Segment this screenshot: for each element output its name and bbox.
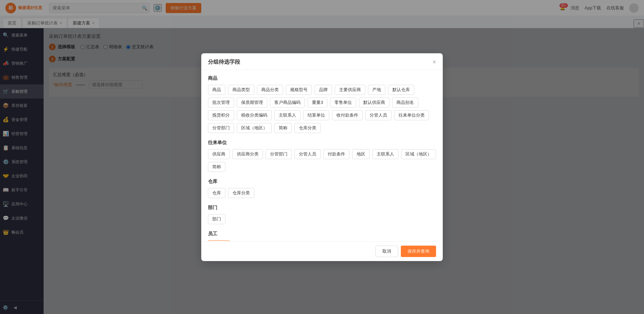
field-tag[interactable]: 结算单位 <box>303 110 329 120</box>
field-tag[interactable]: 简称 <box>208 162 225 172</box>
field-tag[interactable]: 仓库分类 <box>228 188 254 198</box>
field-tag[interactable]: 仓库 <box>208 188 225 198</box>
dialog-body: 商品 商品 商品类型 商品分类 规格型号 品牌 主要供应商 产地 默认仓库 批次… <box>201 70 443 241</box>
field-tag[interactable]: 主联系人 <box>372 149 398 159</box>
field-tag[interactable]: 商品类型 <box>228 85 254 95</box>
field-tag[interactable]: 分管部门 <box>208 123 234 133</box>
field-tags-partner: 供应商 供应商分类 分管部门 分管人员 付款条件 地区 主联系人 区域（地区） … <box>208 149 436 172</box>
field-tag[interactable]: 分管人员 <box>365 110 391 120</box>
field-tag[interactable]: 主联系人 <box>274 110 301 120</box>
field-tag[interactable]: 区域（地区） <box>237 123 272 133</box>
field-tag[interactable]: 重量3 <box>308 98 327 108</box>
field-tag[interactable]: 批次管理 <box>208 98 234 108</box>
field-tag[interactable]: 默认供应商 <box>359 98 389 108</box>
dialog-close-button[interactable]: × <box>432 59 436 65</box>
field-tag[interactable]: 往来单位分类 <box>394 110 429 120</box>
cancel-button[interactable]: 取消 <box>375 246 398 257</box>
field-group-department-title: 部门 <box>208 205 436 211</box>
field-group-product: 商品 商品 商品类型 商品分类 规格型号 品牌 主要供应商 产地 默认仓库 批次… <box>208 75 436 133</box>
field-group-employee-title: 员工 <box>208 231 436 237</box>
field-group-warehouse: 仓库 仓库 仓库分类 <box>208 179 436 198</box>
modal-overlay: 分组待选字段 × 商品 商品 商品类型 商品分类 规格型号 品牌 主要供应商 产… <box>0 0 644 314</box>
field-tag[interactable]: 收付款条件 <box>332 110 363 120</box>
field-tags-warehouse: 仓库 仓库分类 <box>208 188 436 198</box>
field-tag[interactable]: 拣货积分 <box>208 110 234 120</box>
field-tag[interactable]: 供应商 <box>208 149 230 159</box>
dialog-title: 分组待选字段 <box>208 59 240 66</box>
dialog-header: 分组待选字段 × <box>201 53 443 70</box>
field-tag[interactable]: 分管部门 <box>266 149 292 159</box>
field-tags-department: 部门 <box>208 214 436 224</box>
field-tag[interactable]: 区域（地区） <box>401 149 436 159</box>
field-tag[interactable]: 客户商品编码 <box>270 98 305 108</box>
field-tag[interactable]: 规格型号 <box>286 85 312 95</box>
field-group-partner: 往来单位 供应商 供应商分类 分管部门 分管人员 付款条件 地区 主联系人 区域… <box>208 140 436 172</box>
field-tag[interactable]: 默认仓库 <box>388 85 414 95</box>
field-group-department: 部门 部门 <box>208 205 436 224</box>
field-group-product-title: 商品 <box>208 75 436 81</box>
field-tag[interactable]: 税收分类编码 <box>237 110 272 120</box>
field-tag[interactable]: 商品别名 <box>392 98 418 108</box>
field-tag[interactable]: 商品分类 <box>257 85 283 95</box>
field-tag[interactable]: 付款条件 <box>323 149 350 159</box>
field-tag[interactable]: 商品 <box>208 85 225 95</box>
field-tag[interactable]: 地区 <box>352 149 370 159</box>
field-tags-product: 商品 商品类型 商品分类 规格型号 品牌 主要供应商 产地 默认仓库 批次管理 … <box>208 85 436 133</box>
save-query-button[interactable]: 保存并查询 <box>401 246 436 257</box>
field-tag[interactable]: 分管人员 <box>294 149 321 159</box>
field-tag[interactable]: 品牌 <box>315 85 332 95</box>
field-group-partner-title: 往来单位 <box>208 140 436 146</box>
field-tag[interactable]: 主要供应商 <box>335 85 365 95</box>
dialog: 分组待选字段 × 商品 商品 商品类型 商品分类 规格型号 品牌 主要供应商 产… <box>201 53 443 261</box>
dialog-footer: 取消 保存并查询 <box>201 241 443 261</box>
field-tag[interactable]: 零售单位 <box>330 98 356 108</box>
field-tag[interactable]: 保质期管理 <box>237 98 267 108</box>
field-group-warehouse-title: 仓库 <box>208 179 436 185</box>
field-tag[interactable]: 部门 <box>208 214 225 224</box>
field-tag[interactable]: 简称 <box>274 123 292 133</box>
field-group-employee: 员工 业务员 <box>208 231 436 241</box>
field-tag[interactable]: 仓库分类 <box>294 123 321 133</box>
field-tag[interactable]: 供应商分类 <box>232 149 263 159</box>
field-tag[interactable]: 产地 <box>368 85 385 95</box>
